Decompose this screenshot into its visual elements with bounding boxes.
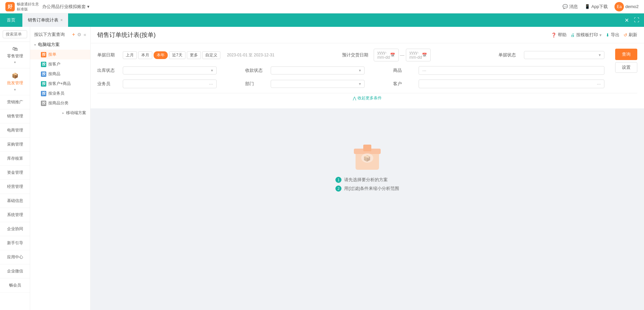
chevron-down-icon: ▾ [599,53,601,57]
customer-select[interactable]: ··· [419,80,604,88]
settings-scheme-button[interactable]: ⚙ [77,32,82,37]
export-icon: ⬇ [606,33,609,38]
tree-item-by-customer[interactable]: 按 按客户 [30,59,90,69]
hint-item-1: 1 请先选择要分析的方案 [335,177,399,183]
download-icon: 📱 [585,4,590,9]
user-menu[interactable]: Ea demo2 [614,2,639,11]
hint-num-2: 2 [335,186,341,192]
left-panel: 按以下方案查询 + ⚙ « ▾ 电脑端方案 按 按单 按 按客户 按 按商品 按… [30,27,91,310]
goods-label: 商品 [393,67,413,73]
sidebar-item-purchase[interactable]: 采购管理 [0,138,30,152]
tree-item-by-category[interactable]: 按 按商品分类 [30,98,90,108]
filter-row-2: 出库状态 ▾ 收款状态 ▾ 商品 ··· [97,66,604,75]
calendar-icon-2: 📅 [422,53,427,57]
chevron-down-icon: ▾ [211,68,213,73]
collapse-filter-button[interactable]: ⋀ 收起更多条件 [97,93,637,103]
ship-status-label: 出库状态 [97,67,117,73]
page-header: 销售订单统计表(按单) ❓ 帮助 🖨 按模板打印 ▾ ⬇ 导出 ↺ 刷新 [91,27,644,43]
ship-status-select[interactable]: ▾ [123,66,217,74]
help-icon: ❓ [551,33,556,38]
sidebar-item-marketing[interactable]: 营销推广 [0,95,30,109]
date-btn-last-month[interactable]: 上月 [123,51,137,59]
query-button[interactable]: 查询 [615,49,637,60]
window-maximize-button[interactable]: ⛶ [633,16,641,24]
hint-item-2: 2 用[过滤]条件来缩小分析范围 [335,186,399,192]
message-icon: 💬 [562,4,568,9]
print-button[interactable]: 🖨 按模板打印 ▾ [571,32,602,38]
search-input[interactable] [3,30,27,38]
date-range-text: 2023-01-01 至 2023-12-31 [227,52,274,58]
message-button[interactable]: 💬 消息 [562,4,578,10]
sidebar-item-operations[interactable]: 经营管理 [0,180,30,194]
expand-icon: ▾ [34,43,36,47]
tree-item-by-customer-goods[interactable]: 按 按客户+商品 [30,79,90,89]
calendar-icon: 📅 [390,53,395,57]
customer-more-icon[interactable]: ··· [597,81,601,87]
by-goods-icon: 按 [41,71,46,77]
sidebar-item-retail[interactable]: 🛍 零售管理 ▾ [0,42,30,68]
sidebar-item-members[interactable]: 畅会员 [0,278,30,293]
tree-item-by-salesperson[interactable]: 按 按业务员 [30,89,90,98]
export-button[interactable]: ⬇ 导出 [606,32,620,38]
sidebar-search-area [0,27,30,42]
tree-parent-mobile[interactable]: ▸ 移动端方案 [30,108,90,118]
sidebar-item-enterprise[interactable]: 企业协同 [0,222,30,236]
department-select[interactable]: ▾ [271,80,365,88]
tab-sales-order-stats[interactable]: 销售订单统计表 × [22,13,68,27]
tree-parent-desktop[interactable]: ▾ 电脑端方案 [30,40,90,50]
tab-home[interactable]: 首页 [0,13,22,27]
window-close-button[interactable]: ✕ [623,16,631,24]
sidebar-item-newbie[interactable]: 新手引导 [0,236,30,250]
salesperson-more-icon[interactable]: ··· [209,81,213,87]
empty-svg: 📦 [347,138,387,171]
sidebar-item-wholesale[interactable]: 📦 批发管理 ▴ [0,68,30,95]
help-button[interactable]: ❓ 帮助 [551,32,567,38]
chevron-down-icon: ▾ [14,60,16,64]
empty-hints: 1 请先选择要分析的方案 2 用[过滤]条件来缩小分析范围 [335,177,399,192]
date-buttons: 上月 本月 本年 近7天 更多 自定义 [123,51,220,59]
svg-text:📦: 📦 [363,155,371,162]
date-btn-this-year[interactable]: 本年 [154,51,168,59]
refresh-button[interactable]: ↺ 刷新 [624,32,637,38]
collection-status-label: 收款状态 [245,67,265,73]
logo-area: 好 畅捷通好生意 标准版 [5,2,39,11]
collapse-panel-button[interactable]: « [84,32,86,37]
sidebar-item-finance[interactable]: 资金管理 [0,166,30,180]
goods-more-icon[interactable]: ··· [422,68,426,73]
by-category-icon: 按 [41,101,46,106]
bill-status-select[interactable]: ▾ [524,51,604,59]
date-btn-this-month[interactable]: 本月 [138,51,152,59]
date-btn-custom[interactable]: 自定义 [202,51,220,59]
expected-delivery-start[interactable]: yyyy-mm-dd 📅 [374,49,398,61]
topbar-page-selector[interactable]: 办公用品行业模拟账套 ▾ [42,4,90,10]
goods-select[interactable]: ··· [419,66,604,75]
sidebar-item-ecommerce[interactable]: 电商管理 [0,123,30,138]
date-btn-7days[interactable]: 近7天 [169,51,185,59]
wholesale-icon: 📦 [12,72,18,79]
sidebar-item-basic-info[interactable]: 基础信息 [0,194,30,208]
chevron-down-icon: ▾ [359,68,361,73]
left-panel-title: 按以下方案查询 [34,32,65,38]
expected-delivery-inputs: yyyy-mm-dd 📅 — yyyy-mm-dd 📅 [374,49,431,61]
sidebar-item-app-center[interactable]: 应用中心 [0,250,30,264]
chevron-up-icon: ▴ [14,87,16,91]
collection-status-select[interactable]: ▾ [271,66,365,74]
sidebar-item-wechat[interactable]: 企业微信 [0,264,30,278]
sidebar-item-inventory[interactable]: 库存核算 [0,152,30,166]
sidebar-item-system[interactable]: 系统管理 [0,208,30,222]
avatar: Ea [614,2,624,11]
sidebar-item-sales[interactable]: 销售管理 [0,109,30,123]
add-scheme-button[interactable]: + [72,32,75,38]
tab-close-button[interactable]: × [60,18,63,22]
main-layout: 🛍 零售管理 ▾ 📦 批发管理 ▴ 营销推广 销售管理 电商管理 采购管理 库存… [0,27,644,310]
expected-delivery-end[interactable]: yyyy-mm-dd 📅 [406,49,431,61]
chevron-right-icon: ▸ [62,111,64,115]
tree-item-by-goods[interactable]: 按 按商品 [30,69,90,79]
tree-item-by-order[interactable]: 按 按单 [30,50,90,59]
salesperson-select[interactable]: ··· [123,80,217,88]
filter-settings-button[interactable]: 设置 [615,62,637,73]
date-btn-more[interactable]: 更多 [187,51,201,59]
app-download-button[interactable]: 📱 App下载 [585,4,608,10]
empty-state: 📦 1 请先选择要分析的方案 2 用[过滤]条件来缩小分析范围 [91,111,644,218]
chevron-down-icon: ▾ [87,4,90,9]
